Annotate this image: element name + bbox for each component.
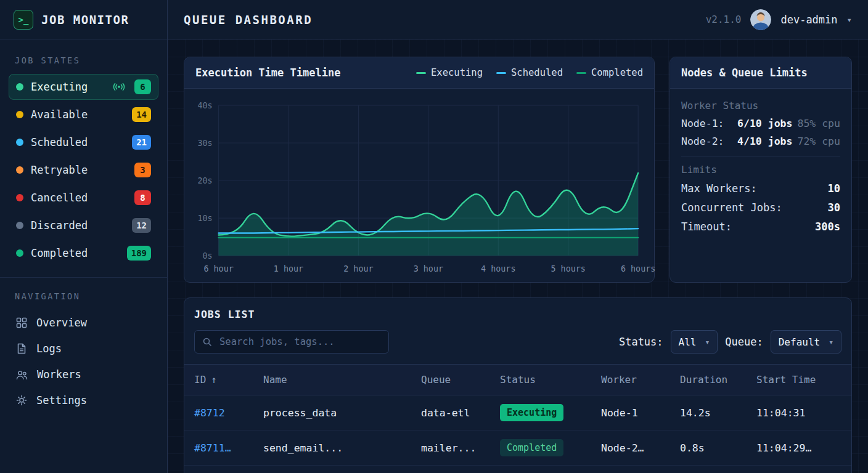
- svg-text:6 hour: 6 hour: [203, 264, 233, 273]
- node-cpu: 72% cpu: [797, 135, 840, 147]
- state-count-badge: 189: [127, 246, 151, 261]
- state-label: Available: [31, 108, 125, 121]
- legend-item: Completed: [576, 67, 643, 78]
- limit-label: Max Workers:: [681, 182, 757, 195]
- column-label: Duration: [680, 374, 727, 386]
- jobs-list-card: JOBS LIST Status: All ▾ Qu: [184, 297, 852, 473]
- navigation-header: NAVIGATION: [0, 291, 167, 301]
- column-header[interactable]: Queue: [421, 374, 500, 386]
- timeline-title: Execution Time Timeline: [195, 67, 340, 79]
- state-label: Scheduled: [31, 136, 125, 148]
- legend-item: Executing: [416, 67, 483, 78]
- job-id-link[interactable]: #8711…: [194, 442, 263, 454]
- job-id-link[interactable]: #8712: [194, 407, 263, 419]
- legend-label: Scheduled: [511, 67, 563, 78]
- limit-value: 10: [828, 182, 840, 195]
- queue-filter-select[interactable]: Default ▾: [771, 330, 841, 354]
- worker-status-header: Worker Status: [681, 100, 840, 111]
- status-filter-select[interactable]: All ▾: [671, 330, 718, 354]
- table-row[interactable]: #8711… send_email... mailer... Completed…: [184, 431, 851, 466]
- document-icon: [16, 343, 27, 354]
- search-box[interactable]: [194, 330, 389, 354]
- node-status-list: Node-1: 6/10 jobs 85% cpu Node-2: 4/10 j…: [681, 118, 840, 147]
- nav-label: Workers: [37, 368, 81, 381]
- column-header[interactable]: Worker: [601, 374, 680, 386]
- timeline-card: Execution Time Timeline Executing Schedu…: [184, 57, 655, 283]
- svg-text:20s: 20s: [198, 176, 213, 185]
- user-menu[interactable]: dev-admin: [780, 14, 837, 26]
- sidebar-state-item[interactable]: Cancelled 8: [9, 185, 158, 211]
- nav-label: Logs: [36, 342, 62, 355]
- status-filter-value: All: [679, 336, 697, 348]
- state-color-dot: [16, 249, 23, 257]
- svg-text:6 hours: 6 hours: [621, 264, 655, 273]
- column-label: Start Time: [756, 374, 816, 386]
- state-label: Cancelled: [31, 192, 127, 204]
- jobs-filter-row: Status: All ▾ Queue: Default ▾: [184, 321, 851, 364]
- state-color-dot: [16, 83, 23, 91]
- svg-text:40s: 40s: [198, 101, 213, 110]
- sidebar-state-item[interactable]: Available 14: [9, 102, 158, 127]
- column-header[interactable]: Status: [500, 374, 601, 386]
- limits-header: Limits: [681, 164, 840, 176]
- svg-text:3 hour: 3 hour: [414, 264, 443, 273]
- sort-asc-icon: ↑: [211, 374, 217, 386]
- column-header[interactable]: Duration: [680, 374, 756, 386]
- state-label: Completed: [31, 247, 120, 259]
- node-name: Node-1:: [681, 118, 737, 129]
- app-window: >_ JOB MONITOR QUEUE DASHBOARD v2.1.0 de…: [0, 0, 868, 473]
- sidebar-item-logs[interactable]: Logs: [0, 336, 167, 362]
- legend-color-mark: [576, 72, 586, 74]
- version-label: v2.1.0: [706, 14, 742, 25]
- limit-row: Max Workers: 10: [681, 182, 840, 195]
- job-start-time: 11:04:29…: [756, 442, 851, 454]
- table-row[interactable]: #8710 process_data mailer Scheduled Node…: [184, 466, 851, 473]
- column-header[interactable]: Name: [263, 374, 421, 386]
- terminal-icon: >_: [14, 10, 33, 30]
- execution-timeline-chart: 0s10s20s30s40s6 hour1 hour2 hour3 hour4 …: [188, 96, 648, 278]
- nav-label: Overview: [36, 317, 87, 329]
- legend-color-mark: [416, 72, 426, 74]
- column-label: Worker: [601, 374, 637, 386]
- svg-text:2 hour: 2 hour: [343, 264, 373, 273]
- queue-filter-label: Queue:: [725, 336, 763, 348]
- avatar[interactable]: [750, 9, 771, 30]
- job-name: process_data: [263, 407, 421, 419]
- live-signal-icon: [112, 83, 126, 91]
- nav-label: Settings: [36, 394, 87, 406]
- sidebar-state-item[interactable]: Discarded 12: [9, 212, 158, 238]
- state-count-badge: 14: [132, 107, 151, 122]
- column-header[interactable]: Start Time: [756, 374, 851, 386]
- state-label: Executing: [31, 81, 105, 93]
- state-color-dot: [16, 194, 23, 201]
- svg-text:0s: 0s: [203, 251, 213, 261]
- sidebar-item-overview[interactable]: Overview: [0, 310, 167, 336]
- job-states-list: Executing 6 Available: [0, 74, 167, 266]
- jobs-table-header: ID ↑ Name Queue Status: [184, 364, 851, 395]
- legend-label: Executing: [431, 67, 483, 78]
- sidebar-state-item[interactable]: Retryable 3: [9, 157, 158, 183]
- table-row[interactable]: #8712 process_data data-etl Executing No…: [184, 395, 851, 431]
- limit-label: Timeout:: [681, 220, 732, 233]
- limit-row: Timeout: 300s: [681, 220, 840, 233]
- chevron-down-icon[interactable]: ▾: [847, 15, 852, 25]
- search-input[interactable]: [218, 336, 381, 348]
- state-label: Discarded: [31, 219, 125, 232]
- node-name: Node-2:: [681, 135, 737, 147]
- chevron-down-icon: ▾: [705, 338, 710, 347]
- sidebar-item-settings[interactable]: Settings: [0, 387, 167, 413]
- column-label: ID: [194, 374, 206, 386]
- sidebar-item-workers[interactable]: Workers: [0, 362, 167, 387]
- state-count-badge: 3: [134, 163, 151, 177]
- state-count-badge: 8: [134, 190, 151, 205]
- sidebar-state-item[interactable]: Executing 6: [9, 74, 158, 100]
- column-header[interactable]: ID ↑: [194, 374, 263, 386]
- gear-icon: [16, 395, 27, 406]
- sidebar-state-item[interactable]: Scheduled 21: [9, 129, 158, 155]
- job-states-header: JOB STATES: [0, 55, 167, 65]
- job-name: send_email...: [263, 442, 421, 454]
- job-duration: 14.2s: [680, 407, 756, 419]
- job-duration: 0.8s: [680, 442, 756, 454]
- people-icon: [16, 370, 28, 380]
- sidebar-state-item[interactable]: Completed 189: [9, 240, 158, 266]
